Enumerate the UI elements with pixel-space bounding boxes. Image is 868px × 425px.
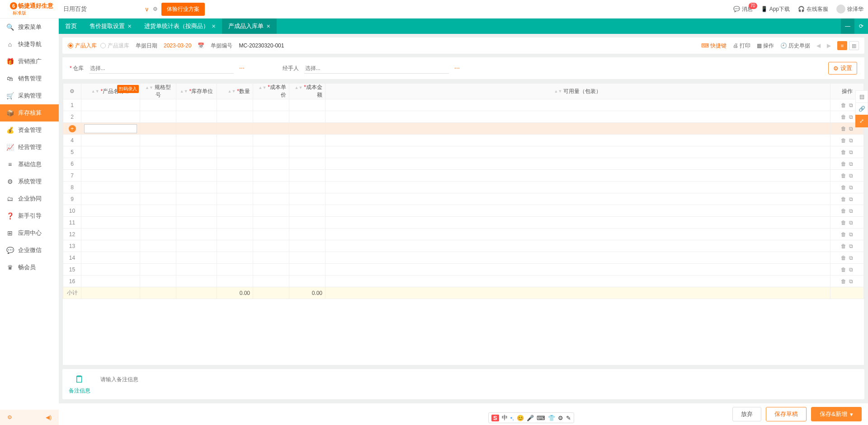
copy-row-icon[interactable]: ⧉ bbox=[849, 114, 853, 120]
copy-row-icon[interactable]: ⧉ bbox=[849, 208, 853, 214]
cell-price[interactable] bbox=[253, 182, 289, 193]
cell-amount[interactable] bbox=[289, 111, 326, 123]
handler-select[interactable] bbox=[304, 63, 449, 74]
cell-qty[interactable] bbox=[217, 205, 253, 217]
cell-avail[interactable] bbox=[326, 158, 830, 170]
sidebar-item-11[interactable]: ❓新手引导 bbox=[0, 207, 59, 224]
th-product-name[interactable]: ▲▼*产品名称ⓘ 扫码录入 bbox=[81, 84, 140, 99]
table-row[interactable]: 7🗑⧉ bbox=[63, 170, 864, 182]
cell-spec[interactable] bbox=[140, 205, 176, 217]
radio-product-out[interactable]: 产品退库 bbox=[100, 42, 129, 50]
delete-row-icon[interactable]: 🗑 bbox=[841, 173, 846, 179]
app-download-link[interactable]: 📱 App下载 bbox=[761, 5, 790, 13]
cell-product-name[interactable] bbox=[81, 217, 140, 229]
sidebar-item-8[interactable]: ≡基础信息 bbox=[0, 156, 59, 173]
cell-unit[interactable] bbox=[176, 240, 217, 252]
cell-qty[interactable] bbox=[217, 264, 253, 276]
cell-price[interactable] bbox=[253, 264, 289, 276]
cell-avail[interactable] bbox=[326, 276, 830, 287]
cell-qty[interactable] bbox=[217, 240, 253, 252]
close-icon[interactable]: ✕ bbox=[266, 23, 270, 29]
save-new-button[interactable]: 保存&新增 ▾ bbox=[811, 407, 862, 421]
cell-unit[interactable] bbox=[176, 205, 217, 217]
cell-amount[interactable] bbox=[289, 240, 326, 252]
cell-price[interactable] bbox=[253, 146, 289, 158]
cell-price[interactable] bbox=[253, 252, 289, 264]
sidebar-item-14[interactable]: ♛畅会员 bbox=[0, 259, 59, 276]
cell-price[interactable] bbox=[253, 99, 289, 111]
table-row[interactable]: 10🗑⧉ bbox=[63, 205, 864, 217]
cell-spec[interactable] bbox=[140, 276, 176, 287]
prev-doc-button[interactable]: ◀ bbox=[816, 42, 821, 49]
cell-qty[interactable] bbox=[217, 170, 253, 182]
delete-row-icon[interactable]: 🗑 bbox=[841, 137, 846, 144]
cell-unit[interactable] bbox=[176, 252, 217, 264]
calendar-icon[interactable]: 📅 bbox=[198, 42, 204, 49]
cell-price[interactable] bbox=[253, 276, 289, 287]
cell-unit[interactable] bbox=[176, 182, 217, 193]
cell-avail[interactable] bbox=[326, 193, 830, 205]
table-row[interactable]: 6🗑⧉ bbox=[63, 158, 864, 170]
cell-avail[interactable] bbox=[326, 146, 830, 158]
cell-qty[interactable] bbox=[217, 252, 253, 264]
cell-unit[interactable] bbox=[176, 276, 217, 287]
category-dropdown[interactable]: 日用百货 ∨ bbox=[63, 5, 149, 13]
cell-price[interactable] bbox=[253, 158, 289, 170]
cell-spec[interactable] bbox=[140, 158, 176, 170]
cell-price[interactable] bbox=[253, 205, 289, 217]
cell-amount[interactable] bbox=[289, 276, 326, 287]
cell-price[interactable] bbox=[253, 111, 289, 123]
tab-0[interactable]: 首页 bbox=[59, 19, 83, 34]
view-card-button[interactable]: ▥ bbox=[849, 41, 859, 50]
delete-row-icon[interactable]: 🗑 bbox=[841, 231, 846, 238]
cell-unit[interactable] bbox=[176, 217, 217, 229]
product-name-input[interactable] bbox=[84, 124, 137, 133]
cell-product-name[interactable] bbox=[81, 252, 140, 264]
copy-row-icon[interactable]: ⧉ bbox=[849, 126, 853, 132]
cell-spec[interactable] bbox=[140, 264, 176, 276]
cell-spec[interactable] bbox=[140, 111, 176, 123]
delete-row-icon[interactable]: 🗑 bbox=[841, 102, 846, 108]
rtool-item-1[interactable]: ▤ bbox=[855, 90, 868, 103]
copy-row-icon[interactable]: ⧉ bbox=[849, 149, 853, 155]
cell-qty[interactable] bbox=[217, 146, 253, 158]
shortcut-link[interactable]: ⌨快捷键 bbox=[701, 42, 726, 50]
cell-product-name[interactable] bbox=[81, 264, 140, 276]
cell-unit[interactable] bbox=[176, 111, 217, 123]
cell-amount[interactable] bbox=[289, 158, 326, 170]
sidebar-item-5[interactable]: 📦库存核算 bbox=[0, 104, 59, 121]
tab-1[interactable]: 售价提取设置✕ bbox=[83, 19, 138, 34]
rtool-item-2[interactable]: 🔗 bbox=[855, 103, 868, 115]
cell-qty[interactable] bbox=[217, 217, 253, 229]
table-row[interactable]: 8🗑⧉ bbox=[63, 182, 864, 193]
delete-row-icon[interactable]: 🗑 bbox=[841, 255, 846, 261]
table-row[interactable]: 11🗑⧉ bbox=[63, 217, 864, 229]
cell-avail[interactable] bbox=[326, 111, 830, 123]
sidebar-item-10[interactable]: 🗂企业协同 bbox=[0, 190, 59, 207]
support-link[interactable]: 🎧 在线客服 bbox=[798, 5, 828, 13]
close-icon[interactable]: ✕ bbox=[212, 23, 216, 29]
print-link[interactable]: 🖨打印 bbox=[733, 42, 750, 50]
cell-product-name[interactable] bbox=[81, 146, 140, 158]
cell-spec[interactable] bbox=[140, 193, 176, 205]
gear-icon[interactable]: ⚙ bbox=[153, 6, 158, 12]
th-price[interactable]: ▲▼*成本单价 bbox=[253, 84, 289, 99]
cell-amount[interactable] bbox=[289, 193, 326, 205]
tab-2[interactable]: 进货单统计表（按商品）✕ bbox=[138, 19, 222, 34]
view-list-button[interactable]: ≡ bbox=[837, 41, 847, 50]
cell-spec[interactable] bbox=[140, 182, 176, 193]
add-row-icon[interactable]: + bbox=[69, 125, 76, 132]
cell-unit[interactable] bbox=[176, 135, 217, 146]
cell-price[interactable] bbox=[253, 240, 289, 252]
cell-product-name[interactable] bbox=[81, 111, 140, 123]
delete-row-icon[interactable]: 🗑 bbox=[841, 208, 846, 214]
delete-row-icon[interactable]: 🗑 bbox=[841, 278, 846, 285]
copy-row-icon[interactable]: ⧉ bbox=[849, 278, 853, 285]
cell-unit[interactable] bbox=[176, 193, 217, 205]
cell-amount[interactable] bbox=[289, 229, 326, 240]
cell-product-name[interactable] bbox=[81, 229, 140, 240]
sidebar-item-13[interactable]: 💬企业微信 bbox=[0, 242, 59, 259]
cell-unit[interactable] bbox=[176, 158, 217, 170]
cell-product-name[interactable] bbox=[81, 123, 140, 135]
ops-link[interactable]: ▦操作 bbox=[757, 42, 774, 50]
